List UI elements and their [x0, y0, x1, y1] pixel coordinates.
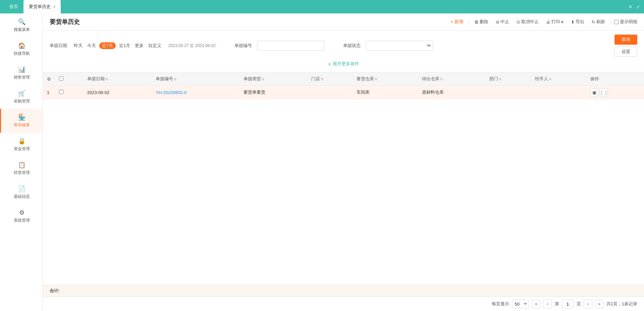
row-handler: [531, 86, 586, 99]
sort-icon: ⇅: [440, 77, 443, 81]
sort-icon: ⇅: [499, 77, 501, 81]
new-button[interactable]: + 新增: [449, 17, 465, 26]
col-req-warehouse[interactable]: 要货仓库⇅: [353, 73, 418, 86]
close-window-icon[interactable]: ✕: [629, 4, 632, 9]
page-number-input[interactable]: [562, 300, 574, 308]
col-ops: 操作: [586, 73, 644, 86]
select-all-checkbox[interactable]: [59, 76, 63, 81]
delete-icon: 🗑: [474, 19, 479, 25]
cart-icon: 🛒: [18, 90, 25, 97]
row-more-button[interactable]: ⋮⋮: [600, 88, 608, 96]
expand-more-conditions[interactable]: ∨ 展开更多条件: [50, 59, 637, 68]
sidebar-item-system[interactable]: ⚙ 系统管理: [0, 204, 43, 228]
print-button[interactable]: 🖨 打印 ▾: [544, 17, 566, 26]
sidebar-item-purchase[interactable]: 🛒 采购管理: [0, 85, 43, 109]
sidebar-item-finance[interactable]: 🔒 资金管理: [0, 133, 43, 157]
col-handler[interactable]: 经手人⇅: [531, 73, 586, 86]
sidebar-item-label: 系统管理: [14, 218, 30, 223]
display-detail-label[interactable]: 显示明细: [614, 19, 637, 25]
sort-icon: ⇅: [262, 77, 264, 81]
data-table: ⚙ 单据日期⇅ 单据编号⇅ 单据类型⇅ 门店⇅ 要货仓库⇅ 待出仓库⇅ 部门⇅ …: [43, 73, 644, 99]
date-custom[interactable]: 自定义: [147, 42, 163, 49]
col-bill-no[interactable]: 单据编号⇅: [152, 73, 239, 86]
tab-requisition-history[interactable]: 要货单历史 ×: [23, 0, 61, 13]
sidebar-item-label: 基础信息: [14, 194, 30, 199]
home-icon: 🏠: [18, 42, 25, 49]
col-settings[interactable]: ⚙: [43, 73, 55, 86]
refresh-icon: ↻: [592, 19, 595, 25]
bill-no-label: 单据编号: [234, 43, 252, 49]
page-unit: 页: [577, 301, 581, 307]
bill-status-label: 单据状态: [343, 43, 361, 49]
sidebar-item-search-menu[interactable]: 🔍 搜索菜单: [0, 13, 43, 37]
first-page-button[interactable]: «: [532, 300, 541, 308]
sort-icon: ⇅: [375, 77, 377, 81]
col-out-warehouse[interactable]: 待出仓库⇅: [418, 73, 485, 86]
sidebar: 🔍 搜索菜单 🏠 快捷导航 📊 销售管理 🛒 采购管理 🏪 库存核算 🔒 资金管…: [0, 13, 43, 311]
setting-button[interactable]: 设置: [614, 47, 637, 57]
date-today[interactable]: 今天: [86, 42, 97, 49]
col-bill-type[interactable]: 单据类型⇅: [239, 73, 307, 86]
date-filter-label: 单据日期: [50, 43, 67, 49]
display-detail-checkbox[interactable]: [614, 20, 619, 24]
date-range-display: 2023-05-27 至 2023-06-02: [168, 43, 215, 49]
page-info: 共1页，1条记录: [606, 301, 637, 307]
store-icon: 🏪: [18, 114, 25, 121]
bill-no-link[interactable]: YH-20230602-0: [156, 90, 186, 95]
clipboard-icon: 📋: [18, 161, 25, 169]
per-page-select[interactable]: 20 50 100: [512, 300, 529, 308]
sidebar-item-sales[interactable]: 📊 销售管理: [0, 61, 43, 85]
gear-icon: ⚙: [19, 209, 24, 216]
close-tab-button[interactable]: ×: [53, 5, 55, 9]
row-select-checkbox[interactable]: [59, 90, 63, 94]
row-checkbox: [55, 86, 83, 99]
search-icon: 🔍: [18, 18, 25, 26]
sidebar-item-operations[interactable]: 📋 经营管理: [0, 157, 43, 180]
page-header: 要货单历史 + 新增 🗑 删除 ⊘ 中止 ⊙ 取消中止 🖨 打: [43, 13, 644, 31]
col-store[interactable]: 门店⇅: [307, 73, 353, 86]
row-index: 1: [43, 86, 55, 99]
row-ops: ▣ ⋮⋮: [586, 86, 644, 99]
document-icon: 📄: [18, 185, 25, 192]
col-bill-date[interactable]: 单据日期⇅: [83, 73, 152, 86]
cancel-stop-button[interactable]: ⊙ 取消中止: [515, 17, 541, 26]
header-actions: + 新增 🗑 删除 ⊘ 中止 ⊙ 取消中止 🖨 打印 ▾: [449, 17, 637, 26]
query-button[interactable]: 查询: [614, 35, 637, 45]
prev-page-button[interactable]: ‹: [543, 300, 552, 308]
date-more[interactable]: 更多: [133, 42, 145, 49]
sort-icon: ⇅: [174, 77, 176, 81]
tab-home[interactable]: 首页: [4, 0, 23, 13]
sidebar-item-label: 库存核算: [14, 122, 30, 128]
chart-icon: 📊: [18, 66, 25, 73]
refresh-button[interactable]: ↻ 刷新: [590, 17, 607, 26]
date-last7days[interactable]: 近7天: [99, 42, 116, 49]
row-out-warehouse: 原材料仓库: [418, 86, 485, 99]
last-page-button[interactable]: »: [595, 300, 604, 308]
delete-button[interactable]: 🗑 删除: [472, 17, 490, 26]
row-store: [307, 86, 353, 99]
divider2: [610, 19, 611, 25]
bill-no-input[interactable]: [257, 41, 324, 51]
export-button[interactable]: ⬇ 导出: [569, 17, 586, 26]
filter-bar: 单据日期 昨天 今天 近7天 近1月 更多 自定义 2023-05-27 至 2…: [43, 31, 644, 73]
row-bill-type: 要货单要货: [239, 86, 307, 99]
date-last-month[interactable]: 近1月: [118, 42, 131, 49]
fullscreen-icon[interactable]: ⤢: [636, 4, 640, 9]
sort-icon: ⇅: [549, 77, 551, 81]
bill-status-select[interactable]: [366, 41, 433, 51]
filter-row-1: 单据日期 昨天 今天 近7天 近1月 更多 自定义 2023-05-27 至 2…: [50, 35, 637, 57]
sidebar-item-label: 经营管理: [14, 170, 30, 176]
sidebar-item-inventory[interactable]: 🏪 库存核算: [0, 109, 43, 133]
row-view-button[interactable]: ▣: [590, 88, 598, 96]
stop-button[interactable]: ⊘ 中止: [494, 17, 511, 26]
page-title: 要货单历史: [50, 18, 80, 26]
sidebar-item-label: 快捷导航: [14, 51, 30, 56]
col-dept[interactable]: 部门⇅: [485, 73, 531, 86]
date-yesterday[interactable]: 昨天: [72, 42, 84, 49]
table-container: ⚙ 单据日期⇅ 单据编号⇅ 单据类型⇅ 门店⇅ 要货仓库⇅ 待出仓库⇅ 部门⇅ …: [43, 73, 644, 285]
sidebar-item-quick-nav[interactable]: 🏠 快捷导航: [0, 37, 43, 61]
sidebar-item-basic-info[interactable]: 📄 基础信息: [0, 180, 43, 204]
next-page-button[interactable]: ›: [584, 300, 592, 308]
row-dept: [485, 86, 531, 99]
table-row: 1 2023-06-02 YH-20230602-0 要货单要货 车间库 原材料…: [43, 86, 644, 99]
